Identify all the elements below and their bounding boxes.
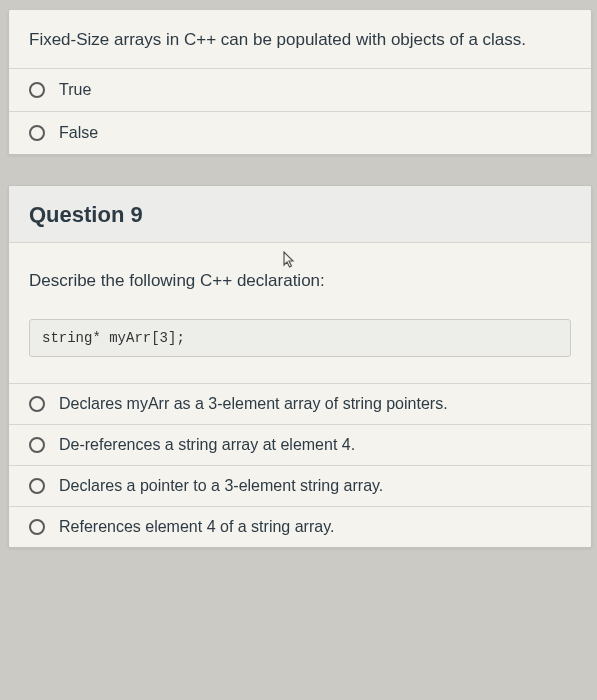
code-text: string* myArr[3]; [42,330,185,346]
question-card-2: Question 9 Describe the following C++ de… [8,185,592,548]
radio-icon [29,82,45,98]
cursor-arrow-icon [282,251,296,274]
code-block: string* myArr[3]; [29,319,571,357]
option-label: True [59,81,91,99]
option-label: Declares a pointer to a 3-element string… [59,477,383,495]
option-label: False [59,124,98,142]
question-card-1: Fixed-Size arrays in C++ can be populate… [8,10,592,155]
question-prompt: Fixed-Size arrays in C++ can be populate… [9,10,591,68]
radio-option-4[interactable]: References element 4 of a string array. [9,507,591,547]
radio-option-true[interactable]: True [9,69,591,112]
radio-icon [29,478,45,494]
option-label: References element 4 of a string array. [59,518,334,536]
question-prompt-text: Fixed-Size arrays in C++ can be populate… [29,30,526,49]
radio-icon [29,437,45,453]
question-number: Question 9 [29,202,143,227]
radio-option-1[interactable]: Declares myArr as a 3-element array of s… [9,384,591,425]
radio-option-2[interactable]: De-references a string array at element … [9,425,591,466]
radio-option-3[interactable]: Declares a pointer to a 3-element string… [9,466,591,507]
radio-icon [29,125,45,141]
radio-option-false[interactable]: False [9,112,591,154]
options-list: Declares myArr as a 3-element array of s… [9,383,591,547]
question-header: Question 9 [9,186,591,243]
options-list: True False [9,68,591,154]
question-prompt-text: Describe the following C++ declaration: [29,271,325,290]
option-label: Declares myArr as a 3-element array of s… [59,395,448,413]
radio-icon [29,396,45,412]
radio-icon [29,519,45,535]
question-body: Describe the following C++ declaration: [9,243,591,301]
option-label: De-references a string array at element … [59,436,355,454]
